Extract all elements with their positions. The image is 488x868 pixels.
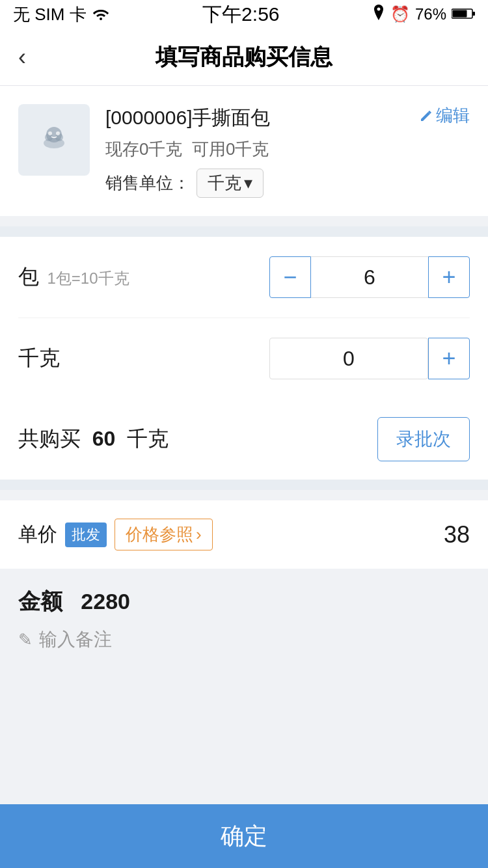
note-row[interactable]: ✎ 输入备注 [18, 627, 470, 652]
package-quantity-input[interactable] [311, 256, 428, 298]
pencil-icon: ✎ [18, 630, 33, 650]
amount-section: 金额 2280 ✎ 输入备注 [0, 569, 488, 670]
package-quantity-control: − + [269, 256, 470, 298]
price-tag-badge: 批发 [65, 522, 107, 547]
alarm-icon: ⏰ [390, 5, 410, 23]
product-info: [0000006]手撕面包 编辑 现存0千克 可用0千克 销售单位： 千克 ▾ [105, 104, 470, 198]
svg-rect-1 [472, 12, 475, 16]
page-content: [0000006]手撕面包 编辑 现存0千克 可用0千克 销售单位： 千克 ▾ [0, 86, 488, 804]
package-label-group: 包 1包=10千克 [18, 263, 129, 292]
status-time: 下午2:56 [202, 1, 279, 28]
status-bar: 无 SIM 卡 下午2:56 ⏰ 76% [0, 0, 488, 29]
input-section: 包 1包=10千克 − + 千克 + [0, 237, 488, 399]
kg-quantity-input[interactable] [269, 338, 428, 379]
record-batch-button[interactable]: 录批次 [377, 417, 470, 461]
total-label: 共购买 60 千克 [18, 425, 169, 454]
product-card: [0000006]手撕面包 编辑 现存0千克 可用0千克 销售单位： 千克 ▾ [0, 86, 488, 216]
svg-point-7 [48, 131, 52, 135]
battery-icon [452, 5, 475, 23]
price-value: 38 [444, 521, 470, 549]
price-section: 单价 批发 价格参照 › 38 [0, 500, 488, 569]
package-plus-button[interactable]: + [428, 256, 470, 298]
page-title: 填写商品购买信息 [156, 42, 332, 72]
svg-point-8 [56, 131, 60, 135]
nav-bar: ‹ 填写商品购买信息 [0, 29, 488, 86]
kg-plus-button[interactable]: + [428, 338, 470, 379]
kg-label: 千克 [18, 346, 60, 370]
chevron-down-icon: ▾ [244, 173, 252, 193]
note-placeholder: 输入备注 [39, 627, 112, 652]
product-header: [0000006]手撕面包 编辑 [105, 104, 470, 131]
battery-text: 76% [415, 5, 446, 23]
package-row: 包 1包=10千克 − + [18, 237, 470, 318]
status-left: 无 SIM 卡 [13, 3, 110, 26]
section-divider-2 [0, 480, 488, 490]
product-image [18, 104, 90, 176]
unit-badge[interactable]: 千克 ▾ [197, 169, 264, 198]
bottom-spacer [0, 670, 488, 804]
product-stock: 现存0千克 可用0千克 [105, 138, 470, 161]
package-minus-button[interactable]: − [269, 256, 311, 298]
package-label: 包 [18, 265, 39, 288]
location-icon [372, 5, 385, 24]
total-section: 共购买 60 千克 录批次 [0, 399, 488, 480]
confirm-button[interactable]: 确定 [0, 804, 488, 868]
amount-label: 金额 [18, 589, 62, 614]
kg-row: 千克 + [18, 318, 470, 399]
back-button[interactable]: ‹ [18, 44, 26, 71]
package-hint: 1包=10千克 [47, 269, 129, 287]
status-right: ⏰ 76% [372, 5, 475, 24]
kg-quantity-control: + [269, 338, 470, 379]
kg-label-group: 千克 [18, 344, 60, 373]
amount-value: 2280 [81, 589, 130, 614]
product-unit: 销售单位： 千克 ▾ [105, 169, 470, 198]
total-value: 60 [92, 427, 116, 450]
section-divider-1 [0, 226, 488, 237]
price-left: 单价 批发 价格参照 › [18, 519, 213, 550]
amount-row: 金额 2280 [18, 587, 470, 617]
edit-button[interactable]: 编辑 [419, 104, 470, 127]
svg-rect-2 [452, 10, 467, 18]
price-reference-button[interactable]: 价格参照 › [115, 519, 213, 550]
chevron-right-icon: › [196, 524, 202, 545]
sim-status: 无 SIM 卡 [13, 3, 87, 26]
svg-point-6 [44, 138, 64, 148]
wifi-icon [92, 5, 110, 25]
price-label: 单价 [18, 521, 57, 548]
product-name: [0000006]手撕面包 [105, 104, 270, 131]
